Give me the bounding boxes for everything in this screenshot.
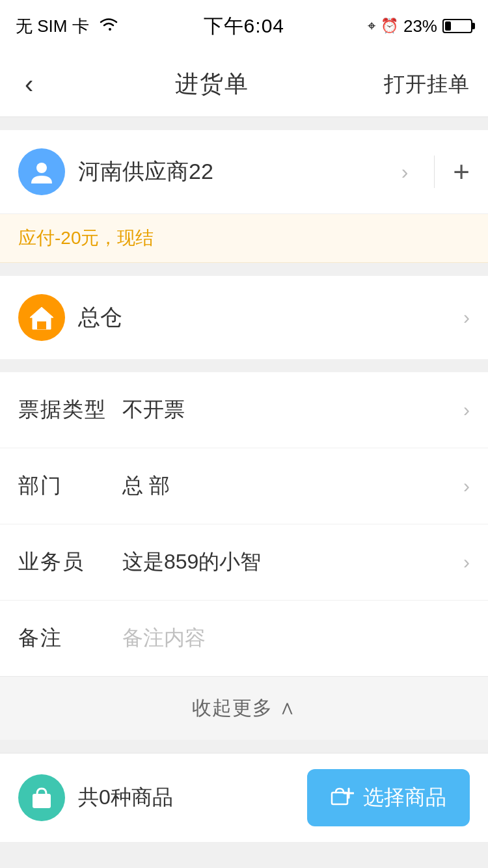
select-product-button[interactable]: 选择商品 [307, 769, 470, 826]
notice-text: 应付-20元，现结 [18, 228, 154, 248]
select-product-label: 选择商品 [363, 783, 446, 812]
warehouse-chevron-icon: › [463, 306, 470, 329]
nav-bar: ‹ 进货单 打开挂单 [0, 52, 488, 117]
open-pending-button[interactable]: 打开挂单 [384, 70, 470, 99]
location-icon: ⌖ [368, 18, 375, 34]
cart-plus-icon [331, 786, 354, 809]
back-button[interactable]: ‹ [18, 63, 40, 105]
battery-percent: 23% [403, 16, 437, 36]
staff-row[interactable]: 业务员 这是859的小智 › [0, 524, 488, 601]
invoice-type-row[interactable]: 票据类型 不开票 › [0, 372, 488, 448]
warehouse-name: 总仓 [78, 303, 463, 332]
department-row[interactable]: 部门 总 部 › [0, 448, 488, 524]
section-gap-1 [0, 117, 488, 130]
notice-bar: 应付-20元，现结 [0, 214, 488, 263]
supplier-avatar [18, 148, 65, 195]
supplier-name: 河南供应商22 [78, 157, 401, 187]
warehouse-row[interactable]: 总仓 › [0, 276, 488, 359]
collapse-label: 收起更多 ∧ [192, 697, 295, 718]
alarm-icon: ⏰ [381, 18, 398, 34]
invoice-label: 票据类型 [18, 396, 109, 424]
invoice-chevron-icon: › [463, 399, 470, 421]
remark-label: 备注 [18, 624, 109, 653]
staff-chevron-icon: › [463, 551, 470, 573]
svg-rect-4 [332, 793, 347, 804]
bottom-bar: 共0种商品 选择商品 [0, 753, 488, 842]
add-supplier-button[interactable]: + [453, 156, 470, 188]
remark-row[interactable]: 备注 备注内容 [0, 601, 488, 676]
wifi-icon [97, 15, 120, 38]
remark-input[interactable]: 备注内容 [109, 624, 470, 653]
staff-value: 这是859的小智 [109, 548, 463, 576]
staff-label: 业务员 [18, 548, 109, 576]
form-section: 票据类型 不开票 › 部门 总 部 › 业务员 这是859的小智 › 备注 备注… [0, 372, 488, 676]
section-gap-3 [0, 359, 488, 372]
svg-rect-3 [33, 794, 51, 808]
battery-icon [442, 19, 472, 33]
svg-rect-2 [37, 321, 46, 329]
supplier-row[interactable]: 河南供应商22 › + [0, 130, 488, 214]
collapse-button[interactable]: 收起更多 ∧ [0, 676, 488, 740]
section-gap-4 [0, 740, 488, 753]
svg-point-0 [36, 163, 47, 173]
dept-label: 部门 [18, 472, 109, 500]
product-count: 共0种商品 [78, 783, 307, 812]
dept-chevron-icon: › [463, 475, 470, 497]
page-background [0, 842, 488, 868]
dept-value: 总 部 [109, 472, 463, 500]
warehouse-icon [18, 294, 65, 341]
section-gap-2 [0, 263, 488, 276]
page-title: 进货单 [175, 68, 249, 100]
invoice-value: 不开票 [109, 396, 463, 424]
vertical-divider [434, 156, 435, 188]
status-left: 无 SIM 卡 [16, 15, 120, 38]
product-icon [18, 774, 65, 821]
status-time: 下午6:04 [204, 13, 284, 40]
supplier-chevron-icon: › [401, 160, 409, 184]
carrier-label: 无 SIM 卡 [16, 15, 89, 38]
supplier-section: 河南供应商22 › + 应付-20元，现结 [0, 130, 488, 263]
warehouse-section[interactable]: 总仓 › [0, 276, 488, 359]
status-bar: 无 SIM 卡 下午6:04 ⌖ ⏰ 23% [0, 0, 488, 52]
status-right: ⌖ ⏰ 23% [368, 16, 472, 36]
